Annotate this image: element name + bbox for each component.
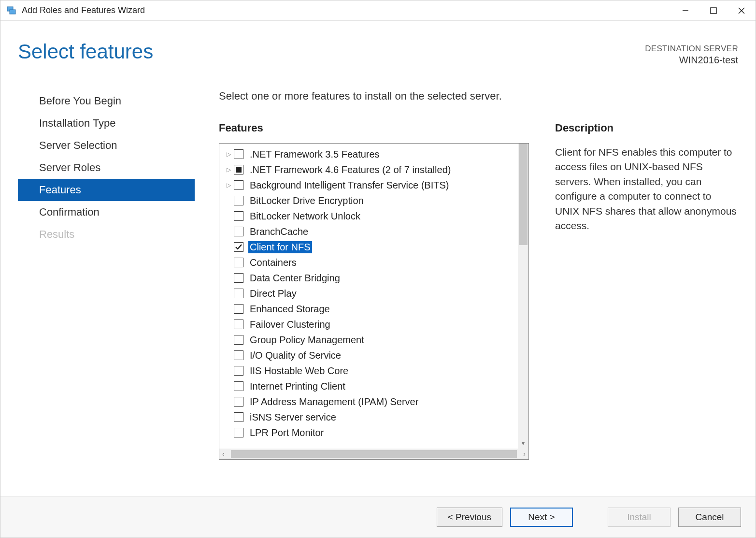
feature-checkbox[interactable]	[234, 165, 243, 174]
nav-item-results: Results	[18, 223, 195, 246]
feature-checkbox[interactable]	[234, 289, 243, 298]
window-controls	[671, 0, 756, 20]
nav-item-server-selection[interactable]: Server Selection	[18, 134, 195, 157]
nav-item-features[interactable]: Features	[18, 179, 195, 201]
feature-checkbox[interactable]	[234, 335, 243, 345]
feature-label: Containers	[248, 257, 298, 269]
feature-checkbox[interactable]	[234, 397, 243, 407]
feature-label: BitLocker Drive Encryption	[248, 195, 365, 207]
feature-label: iSNS Server service	[248, 411, 338, 423]
feature-label: IIS Hostable Web Core	[248, 365, 350, 377]
horizontal-scrollbar-thumb[interactable]	[231, 450, 517, 458]
feature-row[interactable]: ▷.NET Framework 4.6 Features (2 of 7 ins…	[219, 162, 528, 177]
feature-checkbox[interactable]	[234, 211, 243, 221]
feature-row[interactable]: ▷BitLocker Network Unlock	[219, 208, 528, 224]
wizard-window: Add Roles and Features Wizard Select fea…	[0, 0, 756, 538]
feature-row[interactable]: ▷BranchCache	[219, 224, 528, 239]
expander-icon[interactable]: ▷	[224, 151, 233, 158]
feature-row[interactable]: ▷Failover Clustering	[219, 317, 528, 332]
previous-button[interactable]: < Previous	[437, 508, 502, 527]
feature-checkbox[interactable]	[234, 258, 243, 267]
window-title: Add Roles and Features Wizard	[22, 5, 671, 15]
nav-item-installation-type[interactable]: Installation Type	[18, 112, 195, 134]
feature-row[interactable]: ▷.NET Framework 3.5 Features	[219, 146, 528, 162]
feature-checkbox[interactable]	[234, 304, 243, 314]
feature-checkbox[interactable]	[234, 366, 243, 376]
feature-row[interactable]: ▷I/O Quality of Service	[219, 348, 528, 363]
vertical-scrollbar[interactable]: ▾	[518, 144, 528, 449]
features-scroll: ▷.NET Framework 3.5 Features▷.NET Framew…	[219, 144, 528, 449]
features-column: Features ▷.NET Framework 3.5 Features▷.N…	[219, 122, 529, 496]
feature-label: LPR Port Monitor	[248, 427, 325, 439]
maximize-button[interactable]	[699, 0, 727, 20]
feature-row[interactable]: ▷LPR Port Monitor	[219, 425, 528, 440]
feature-row[interactable]: ▷iSNS Server service	[219, 409, 528, 425]
feature-label: BranchCache	[248, 226, 310, 238]
footer: < Previous Next > Install Cancel	[0, 496, 756, 538]
scroll-left-icon[interactable]: ‹	[222, 450, 225, 458]
feature-label: IP Address Management (IPAM) Server	[248, 396, 420, 408]
wizard-nav: Before You BeginInstallation TypeServer …	[18, 90, 195, 496]
feature-checkbox[interactable]	[234, 320, 243, 329]
feature-row[interactable]: ▷Data Center Bridging	[219, 270, 528, 286]
feature-label: Group Policy Management	[248, 334, 366, 346]
feature-row[interactable]: ▷BitLocker Drive Encryption	[219, 193, 528, 208]
feature-row[interactable]: ▷Group Policy Management	[219, 332, 528, 348]
description-text: Client for NFS enables this computer to …	[555, 143, 738, 233]
destination-name: WIN2016-test	[645, 55, 738, 66]
feature-row[interactable]: ▷Internet Printing Client	[219, 378, 528, 394]
feature-row[interactable]: ▷IP Address Management (IPAM) Server	[219, 394, 528, 409]
feature-checkbox[interactable]	[234, 273, 243, 283]
feature-checkbox[interactable]	[234, 412, 243, 422]
scroll-down-icon[interactable]: ▾	[518, 438, 528, 449]
feature-row[interactable]: ▷Enhanced Storage	[219, 301, 528, 317]
scroll-right-icon[interactable]: ›	[523, 450, 526, 458]
feature-label: Background Intelligent Transfer Service …	[248, 179, 450, 191]
feature-checkbox[interactable]	[234, 196, 243, 205]
close-button[interactable]	[727, 0, 756, 20]
svg-rect-1	[10, 10, 15, 14]
feature-label: BitLocker Network Unlock	[248, 210, 362, 222]
app-icon	[6, 5, 17, 16]
feature-checkbox[interactable]	[234, 227, 243, 236]
feature-label: Data Center Bridging	[248, 272, 342, 284]
titlebar: Add Roles and Features Wizard	[0, 0, 756, 21]
feature-checkbox[interactable]	[234, 180, 243, 190]
columns: Features ▷.NET Framework 3.5 Features▷.N…	[219, 122, 738, 496]
expander-icon[interactable]: ▷	[224, 182, 233, 189]
feature-row[interactable]: ▷Client for NFS	[219, 239, 528, 255]
feature-checkbox[interactable]	[234, 381, 243, 391]
nav-item-server-roles[interactable]: Server Roles	[18, 157, 195, 179]
feature-row[interactable]: ▷Containers	[219, 255, 528, 270]
feature-label: Client for NFS	[248, 241, 312, 253]
feature-checkbox[interactable]	[234, 428, 243, 437]
destination-label: DESTINATION SERVER	[645, 44, 738, 54]
features-heading: Features	[219, 122, 529, 134]
feature-label: .NET Framework 3.5 Features	[248, 148, 381, 160]
description-heading: Description	[555, 122, 738, 134]
destination-block: DESTINATION SERVER WIN2016-test	[645, 40, 738, 66]
feature-row[interactable]: ▷Background Intelligent Transfer Service…	[219, 177, 528, 193]
feature-row[interactable]: ▷IIS Hostable Web Core	[219, 363, 528, 378]
install-button[interactable]: Install	[608, 508, 670, 527]
expander-icon[interactable]: ▷	[224, 166, 233, 173]
description-column: Description Client for NFS enables this …	[555, 122, 738, 496]
next-button[interactable]: Next >	[510, 508, 573, 527]
feature-checkbox[interactable]	[234, 350, 243, 360]
horizontal-scrollbar[interactable]: ‹ ›	[219, 449, 528, 459]
content-area: Select features DESTINATION SERVER WIN20…	[0, 21, 756, 496]
feature-label: Direct Play	[248, 288, 298, 300]
instruction-text: Select one or more features to install o…	[219, 90, 738, 102]
nav-item-before-you-begin[interactable]: Before You Begin	[18, 90, 195, 112]
minimize-button[interactable]	[671, 0, 699, 20]
features-list[interactable]: ▷.NET Framework 3.5 Features▷.NET Framew…	[219, 144, 528, 449]
vertical-scrollbar-thumb[interactable]	[519, 144, 528, 245]
header-row: Select features DESTINATION SERVER WIN20…	[18, 40, 738, 66]
nav-item-confirmation[interactable]: Confirmation	[18, 201, 195, 223]
feature-label: .NET Framework 4.6 Features (2 of 7 inst…	[248, 164, 452, 176]
cancel-button[interactable]: Cancel	[678, 508, 741, 527]
feature-checkbox[interactable]	[234, 149, 243, 159]
page-title: Select features	[18, 40, 153, 63]
feature-checkbox[interactable]	[234, 242, 243, 252]
feature-row[interactable]: ▷Direct Play	[219, 286, 528, 301]
